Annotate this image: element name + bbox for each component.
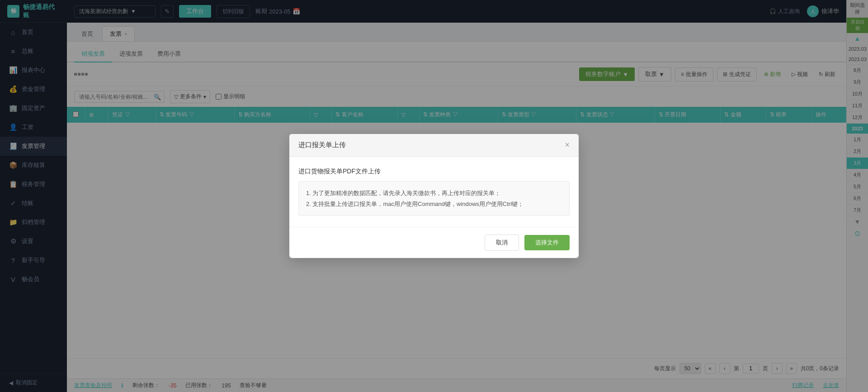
modal-select-file-button[interactable]: 选择文件 [524, 235, 570, 250]
modal-body: 进口货物报关单PDF文件上传 1. 为了更加精准的数据匹配，请先录入海关缴款书，… [289, 157, 579, 227]
modal-overlay: 进口报关单上传 × 进口货物报关单PDF文件上传 1. 为了更加精准的数据匹配，… [0, 0, 868, 392]
modal-cancel-button[interactable]: 取消 [485, 234, 519, 251]
modal-footer: 取消 选择文件 [289, 227, 579, 258]
modal-header: 进口报关单上传 × [289, 134, 579, 157]
modal-info-item-1: 1. 为了更加精准的数据匹配，请先录入海关缴款书，再上传对应的报关单； [306, 188, 562, 198]
modal-close-button[interactable]: × [565, 140, 570, 150]
upload-modal: 进口报关单上传 × 进口货物报关单PDF文件上传 1. 为了更加精准的数据匹配，… [289, 134, 579, 258]
modal-section-title: 进口货物报关单PDF文件上传 [298, 167, 570, 176]
modal-info-item-2: 2. 支持批量上传进口报关单，mac用户使用Command键，windows用户… [306, 199, 562, 209]
modal-info-box: 1. 为了更加精准的数据匹配，请先录入海关缴款书，再上传对应的报关单； 2. 支… [298, 181, 570, 216]
modal-title: 进口报关单上传 [298, 141, 346, 149]
